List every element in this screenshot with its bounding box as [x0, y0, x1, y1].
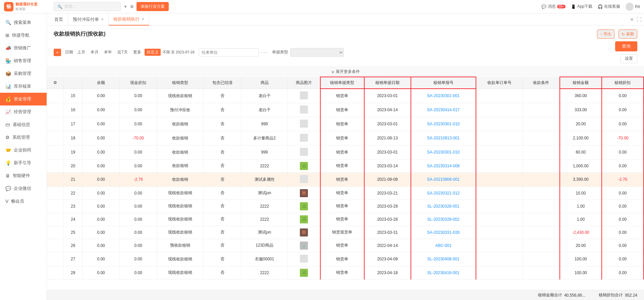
bill-no-link-7[interactable]: SA-20230321-012 [427, 191, 460, 196]
cell-bill-no-6[interactable]: SA-20210808-001 [411, 172, 476, 186]
bill-no-link-0[interactable]: SA-20230301-001 [427, 93, 460, 98]
cell-bill-no-5[interactable]: SA-20230314-008 [411, 159, 476, 172]
cell-seq-num-9: 24 [64, 213, 83, 226]
cell-bill-no-3[interactable]: SA-20210813-001 [411, 131, 476, 145]
query-btn[interactable]: 查询 [615, 41, 637, 51]
cell-bill-no-7[interactable]: SA-20230321-012 [411, 186, 476, 200]
sidebar-item-purchase[interactable]: 📦 采购管理 [0, 67, 47, 80]
filter-settings-btn[interactable]: 设置 [621, 54, 637, 63]
user-name-area[interactable]: Rit [626, 3, 640, 11]
dropdown-arrow[interactable]: ▼ [123, 4, 127, 9]
more-date-btn[interactable]: 更多 [131, 49, 143, 56]
cell-seq-num-2: 17 [64, 117, 83, 131]
cell-bill-no-12[interactable]: SL-20230408-001 [411, 252, 476, 266]
bill-no-link-3[interactable]: SA-20210813-001 [427, 136, 460, 140]
cell-balance-6: 0.00 [83, 172, 120, 186]
cell-bill-no-9[interactable]: SL-20230328-002 [411, 213, 476, 226]
sidebar-item-finance[interactable]: 💰 资金管理 [0, 93, 47, 105]
custom-date-btn[interactable]: 自定义 [145, 49, 161, 56]
sidebar-label-system: 系统管理 [12, 134, 30, 140]
expand-more-btn[interactable]: ∨ 展开更多条件 [331, 69, 360, 75]
message-btn[interactable]: 💬 消息 99+ [541, 4, 566, 9]
footer-discount-label: 核销折扣合计 [599, 292, 623, 298]
cell-receipt-order-8 [476, 200, 523, 213]
bill-no-link-2[interactable]: SA-20230301-010 [427, 122, 460, 126]
export-btn[interactable]: ↑ 导出 [597, 30, 614, 39]
tab-writeoff-close[interactable]: ✕ [142, 17, 144, 21]
cell-bill-no-10[interactable]: SA-20230331-026 [411, 226, 476, 239]
sidebar-item-corp[interactable]: 🤝 企业协同 [0, 144, 47, 157]
tab-prepay[interactable]: 预付冲应付单 ✕ [68, 13, 109, 26]
cell-bill-type-5: 销货单 [320, 159, 364, 172]
cell-bill-no-8[interactable]: SL-20230328-001 [411, 200, 476, 213]
col-header-gear[interactable]: ⚙ [47, 77, 64, 89]
cell-balance-8: 0.00 [83, 200, 120, 213]
cell-bill-no-11[interactable]: ABC-001 [411, 239, 476, 252]
sidebar-item-inventory[interactable]: 📊 库存核算 [0, 80, 47, 93]
logo-sub: 标准版 [15, 7, 38, 11]
this-month-btn[interactable]: 本月 [89, 49, 101, 56]
tab-prepay-close[interactable]: ✕ [101, 17, 104, 21]
expand-more-row: ∨ 展开更多条件 [47, 67, 644, 77]
sidebar-item-marketing[interactable]: 📣 营销推广 [0, 42, 47, 54]
tab-home[interactable]: 首页 [50, 13, 68, 26]
cell-receipt-order-12 [476, 252, 523, 266]
sidebar-item-business[interactable]: 📈 经营管理 [0, 105, 47, 118]
col-header-bill-type: 核销单据类型 [320, 77, 364, 89]
cell-bill-no-2[interactable]: SA-20230301-010 [411, 117, 476, 131]
sidebar-item-hardware[interactable]: 🖥 智能硬件 [0, 169, 47, 182]
tab-writeoff[interactable]: 收款核销执行 ✕ [109, 13, 149, 26]
maximize-tab-btn[interactable]: ⛶ [637, 17, 641, 22]
table-row: 15 0.00 0.00 现线收款核销 否 老白干 销货单 2023-03-01… [47, 89, 644, 103]
bill-no-link-9[interactable]: SL-20230328-002 [427, 217, 460, 222]
bill-no-link-4[interactable]: SA-20230301-010 [427, 150, 460, 155]
bill-no-link-8[interactable]: SL-20230328-001 [427, 204, 460, 209]
cell-goods-img-3 [288, 131, 320, 145]
sidebar-item-guide[interactable]: 💡 新手引导 [0, 157, 47, 169]
solution-btn[interactable]: 体验行业方案 [137, 2, 169, 11]
settings-gear-icon[interactable]: ⚙ [130, 4, 134, 9]
sidebar-item-sales[interactable]: 🏪 销售管理 [0, 54, 47, 67]
sidebar-item-wechat[interactable]: 💬 企业微信 [0, 182, 47, 195]
cell-bill-no-0[interactable]: SA-20230301-001 [411, 89, 476, 103]
col-header-writeoff-discount: 核销折扣 [602, 77, 644, 89]
bill-no-link-13[interactable]: SL-20230418-001 [427, 270, 460, 275]
sidebar-item-search[interactable]: 🔍 搜索菜单 [0, 16, 47, 29]
cell-bill-date-9: 2023-03-28 [364, 213, 411, 226]
cell-goods-4: 999 [241, 145, 288, 159]
bill-type-select[interactable] [290, 48, 344, 57]
online-service-btn[interactable]: 🎧 在线客服 [598, 4, 620, 9]
sidebar-item-system[interactable]: ⚙ 系统管理 [0, 131, 47, 144]
close-tab-btn[interactable]: ✕ [630, 17, 634, 22]
bill-no-link-11[interactable]: ABC-001 [435, 243, 451, 248]
bill-no-link-6[interactable]: SA-20210808-001 [427, 177, 460, 182]
bill-no-link-12[interactable]: SL-20230408-001 [427, 257, 460, 261]
cell-bill-type-9: 销货单 [320, 213, 364, 226]
sidebar-label-member: 畅会员 [11, 198, 24, 204]
message-badge: 99+ [557, 5, 566, 8]
cell-receipt-order-10 [476, 226, 523, 239]
bill-no-link-10[interactable]: SA-20230331-026 [427, 230, 460, 235]
member-icon: V [5, 199, 8, 204]
cell-gear-9 [47, 213, 64, 226]
sidebar-item-base[interactable]: 🗃 基础信息 [0, 118, 47, 131]
bill-no-link-1[interactable]: SA-20230414-017 [427, 108, 460, 112]
partner-input[interactable] [199, 48, 259, 56]
sidebar-item-shortcut[interactable]: ⊞ 快捷导航 [0, 29, 47, 42]
cell-receipt-cond-9 [523, 213, 560, 226]
table-body: 15 0.00 0.00 现线收款核销 否 老白干 销货单 2023-03-01… [47, 89, 644, 279]
bill-no-link-5[interactable]: SA-20230314-008 [427, 164, 460, 168]
cell-bill-no-13[interactable]: SL-20230418-001 [411, 266, 476, 279]
last7-btn[interactable]: 近7天 [115, 49, 130, 56]
search-menu-icon: 🔍 [5, 20, 11, 25]
app-download-btn[interactable]: 📱 App下载 [571, 4, 592, 9]
filter-expand-arrow[interactable]: » [54, 49, 61, 56]
cell-gear-7 [47, 186, 64, 200]
this-year-btn[interactable]: 本年 [102, 49, 114, 56]
cell-balance-7: 0.00 [83, 186, 120, 200]
last-month-btn[interactable]: 上月 [75, 49, 87, 56]
sidebar-item-member[interactable]: V 畅会员 [0, 195, 47, 208]
refresh-btn[interactable]: ↻ 刷新 [619, 30, 637, 39]
cell-bill-no-1[interactable]: SA-20230414-017 [411, 103, 476, 117]
cell-bill-no-4[interactable]: SA-20230301-010 [411, 145, 476, 159]
